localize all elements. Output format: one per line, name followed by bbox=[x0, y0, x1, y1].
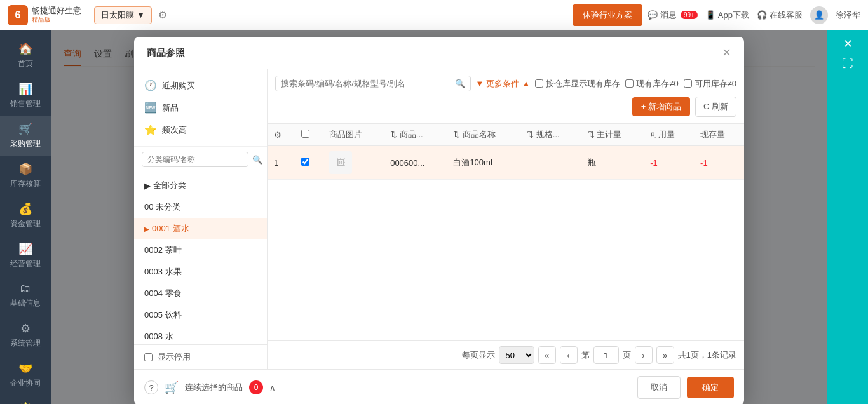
sidebar-label-enterprise: 企业协同 bbox=[10, 378, 41, 389]
quick-link-new[interactable]: 🆕 新品 bbox=[134, 97, 267, 119]
cart-icon[interactable]: 🛒 bbox=[165, 380, 179, 394]
category-3[interactable]: 0003 水果 bbox=[134, 261, 267, 283]
category-0[interactable]: 00 未分类 bbox=[134, 196, 267, 218]
sort-icon: ⇅ bbox=[390, 130, 397, 139]
col-unit[interactable]: ⇅ 主计量 bbox=[581, 124, 644, 146]
page-input[interactable] bbox=[593, 346, 619, 364]
category-2-label: 0002 茶叶 bbox=[144, 245, 182, 256]
checkbox-warehouse-label[interactable]: 按仓库显示现有库存 bbox=[535, 78, 620, 90]
operations-icon: 📈 bbox=[18, 242, 32, 256]
quick-link-recent[interactable]: 🕐 近期购买 bbox=[134, 74, 267, 97]
category-5[interactable]: 0005 饮料 bbox=[134, 304, 267, 326]
gear-icon[interactable]: ⚙ bbox=[158, 9, 167, 21]
sidebar-item-guide[interactable]: 🌟 新手引导 bbox=[0, 395, 51, 404]
first-page-button[interactable]: « bbox=[538, 346, 556, 364]
col-settings[interactable]: ⚙ bbox=[268, 124, 295, 146]
filter-label: 更多条件 bbox=[486, 78, 519, 90]
sidebar-item-operations[interactable]: 📈 经营管理 bbox=[0, 236, 51, 276]
sidebar-item-enterprise[interactable]: 🤝 企业协同 bbox=[0, 355, 51, 395]
select-all-checkbox[interactable] bbox=[301, 130, 309, 138]
sidebar-item-system[interactable]: ⚙ 系统管理 bbox=[0, 315, 51, 355]
col-spec[interactable]: ⇅ 规格... bbox=[520, 124, 581, 146]
category-2[interactable]: 0002 茶叶 bbox=[134, 239, 267, 261]
product-search-input[interactable] bbox=[281, 79, 452, 88]
filter-button[interactable]: ▼ 更多条件 ▲ bbox=[476, 78, 531, 90]
cancel-button[interactable]: 取消 bbox=[637, 376, 681, 399]
checkbox-warehouse[interactable] bbox=[535, 79, 543, 88]
show-disabled-checkbox[interactable] bbox=[144, 353, 153, 361]
category-1[interactable]: ▶ 0001 酒水 bbox=[134, 218, 267, 239]
sidebar-label-finance: 资金管理 bbox=[10, 219, 41, 229]
sidebar-item-inventory[interactable]: 📦 库存核算 bbox=[0, 156, 51, 196]
store-selector[interactable]: 日太阳膜 ▼ bbox=[94, 6, 152, 24]
avatar[interactable]: 👤 bbox=[810, 6, 828, 24]
help-icon[interactable]: ? bbox=[144, 380, 158, 394]
product-reference-modal: 商品参照 ✕ 🕐 近期购买 🆕 bbox=[134, 37, 744, 404]
modal-body: 🕐 近期购买 🆕 新品 ⭐ 频次高 bbox=[134, 69, 744, 369]
row-image: 🖼 bbox=[323, 146, 384, 180]
quick-link-frequent[interactable]: ⭐ 频次高 bbox=[134, 119, 267, 141]
product-image: 🖼 bbox=[329, 151, 352, 174]
sidebar-item-home[interactable]: 🏠 首页 bbox=[0, 36, 51, 76]
sidebar-item-sales[interactable]: 📊 销售管理 bbox=[0, 76, 51, 116]
right-panel: ✕ ⛶ bbox=[827, 30, 868, 404]
refresh-button[interactable]: C 刷新 bbox=[695, 97, 736, 117]
sidebar-item-purchase[interactable]: 🛒 采购管理 bbox=[0, 116, 51, 156]
category-3-label: 0003 水果 bbox=[144, 266, 182, 278]
search-icon[interactable]: 🔍 bbox=[455, 79, 465, 88]
modal-close-button[interactable]: ✕ bbox=[722, 46, 731, 60]
confirm-button[interactable]: 确定 bbox=[687, 377, 734, 398]
right-close-icon[interactable]: ✕ bbox=[843, 37, 853, 51]
messages-button[interactable]: 💬 消息 99+ bbox=[648, 10, 698, 21]
row-index: 1 bbox=[268, 146, 295, 180]
cta-button[interactable]: 体验行业方案 bbox=[573, 4, 642, 26]
category-6[interactable]: 0008 水 bbox=[134, 326, 267, 344]
checkbox-stock[interactable] bbox=[625, 79, 634, 88]
sidebar-item-finance[interactable]: 💰 资金管理 bbox=[0, 196, 51, 236]
show-disabled-area: 显示停用 bbox=[134, 344, 267, 369]
checkbox-stock-label[interactable]: 现有库存≠0 bbox=[625, 78, 678, 90]
col-name[interactable]: ⇅ 商品名称 bbox=[447, 124, 520, 146]
content-area: 查询 设置 刷新 商品参照 ✕ bbox=[51, 30, 827, 404]
logo-area: 6 畅捷通好生意 精品版 bbox=[8, 5, 84, 25]
quick-link-recent-label: 近期购买 bbox=[162, 80, 195, 91]
sidebar-item-basic[interactable]: 🗂 基础信息 bbox=[0, 276, 51, 315]
collapse-icon[interactable]: ∧ bbox=[269, 383, 276, 393]
table-row[interactable]: 1 🖼 000600... 白酒100ml 瓶 -1 -1 bbox=[268, 146, 744, 180]
checkbox-available[interactable] bbox=[684, 79, 692, 88]
add-product-button[interactable]: + 新增商品 bbox=[632, 97, 690, 116]
category-all[interactable]: ▶ 全部分类 bbox=[134, 175, 267, 196]
modal-footer: ? 🛒 连续选择的商品 0 ∧ 取消 确定 bbox=[134, 369, 744, 404]
category-search-input[interactable] bbox=[142, 152, 248, 167]
right-expand-icon[interactable]: ⛶ bbox=[842, 57, 853, 71]
col-available[interactable]: 可用量 bbox=[644, 124, 694, 146]
finance-icon: 💰 bbox=[18, 202, 32, 216]
category-search: 🔍 bbox=[134, 147, 267, 172]
row-checkbox[interactable] bbox=[295, 146, 323, 180]
home-icon: 🏠 bbox=[18, 42, 32, 56]
per-page-label: 每页显示 bbox=[462, 349, 495, 361]
headset-icon: 🎧 bbox=[757, 10, 767, 20]
next-page-button[interactable]: › bbox=[635, 346, 653, 364]
col-code[interactable]: ⇅ 商品... bbox=[384, 124, 447, 146]
sort-icon-name: ⇅ bbox=[453, 130, 460, 139]
sales-icon: 📊 bbox=[18, 82, 32, 96]
row-stock: -1 bbox=[694, 146, 744, 180]
category-search-icon[interactable]: 🔍 bbox=[252, 155, 262, 165]
quick-link-new-label: 新品 bbox=[162, 102, 179, 114]
topbar: 6 畅捷通好生意 精品版 日太阳膜 ▼ ⚙ 体验行业方案 💬 消息 99+ 📱 … bbox=[0, 0, 868, 30]
per-page-select[interactable]: 50 10 20 100 bbox=[499, 346, 534, 364]
col-stock[interactable]: 现存量 bbox=[694, 124, 744, 146]
filter-icon: ▼ bbox=[476, 79, 484, 88]
quick-link-frequent-label: 频次高 bbox=[162, 125, 187, 136]
sidebar-label-purchase: 采购管理 bbox=[10, 138, 41, 149]
prev-page-button[interactable]: ‹ bbox=[560, 346, 578, 364]
service-button[interactable]: 🎧 在线客服 bbox=[757, 10, 803, 21]
enterprise-icon: 🤝 bbox=[18, 361, 32, 375]
last-page-button[interactable]: » bbox=[656, 346, 674, 364]
product-panel: 🔍 ▼ 更多条件 ▲ 按仓库显示现有库存 bbox=[268, 69, 744, 369]
app-download-button[interactable]: 📱 App下载 bbox=[705, 10, 749, 21]
checkbox-available-label[interactable]: 可用库存≠0 bbox=[684, 78, 736, 90]
category-4[interactable]: 0004 零食 bbox=[134, 283, 267, 304]
product-table: ⚙ 商品图片 ⇅ 商品... bbox=[268, 124, 744, 180]
